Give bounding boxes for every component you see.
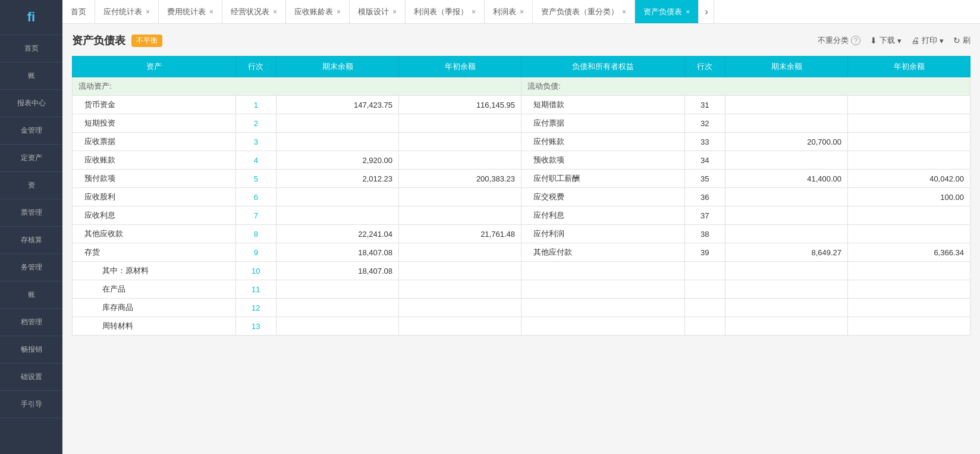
end-balance-right[interactable] [725,317,848,336]
sidebar-item-fixed-assets[interactable]: 定资产 [0,145,62,172]
end-balance-left[interactable]: 2,920.00 [277,151,399,170]
asset-name: 预付款项 [73,170,236,188]
close-icon[interactable]: × [392,8,397,16]
sidebar-item-settings[interactable]: 础设置 [0,364,62,391]
end-balance-left[interactable] [277,114,399,133]
begin-balance-right[interactable] [848,299,970,317]
tab-profit[interactable]: 利润表 × [485,0,533,24]
begin-balance-left[interactable]: 200,383.23 [399,170,522,188]
liability-name: 应付账款 [521,133,684,151]
tab-balance-reclassified[interactable]: 资产负债表（重分类） × [533,0,635,24]
begin-balance-left[interactable] [399,206,522,225]
begin-balance-left[interactable] [399,299,522,317]
end-balance-left[interactable] [277,133,399,151]
tab-scroll-right[interactable]: › [699,0,714,24]
tab-payable-stats[interactable]: 应付统计表 × [95,0,159,24]
tab-expense-stats[interactable]: 费用统计表 × [159,0,222,24]
download-button[interactable]: ⬇ 下载 ▾ [870,35,902,46]
begin-balance-right[interactable] [848,151,970,170]
tab-receivable-aging[interactable]: 应收账龄表 × [286,0,350,24]
begin-balance-left[interactable] [399,151,522,170]
end-balance-right[interactable] [725,114,848,133]
end-balance-left[interactable] [277,280,399,299]
end-balance-right[interactable] [725,96,848,114]
sidebar-item-report-center[interactable]: 报表中心 [0,90,62,117]
refresh-button[interactable]: ↻ 刷 [953,35,970,46]
help-icon[interactable]: ? [851,36,860,45]
row-number-right [684,317,725,336]
sidebar-item-capital[interactable]: 资 [0,172,62,199]
sidebar-item-inventory[interactable]: 存核算 [0,227,62,254]
end-balance-right[interactable] [725,225,848,243]
end-balance-left[interactable]: 2,012.23 [277,170,399,188]
begin-balance-right[interactable]: 40,042.00 [848,170,970,188]
begin-balance-right[interactable] [848,317,970,336]
begin-balance-right[interactable] [848,280,970,299]
begin-balance-left[interactable]: 21,761.48 [399,225,522,243]
close-icon[interactable]: × [686,8,690,16]
end-balance-right[interactable] [725,188,848,206]
begin-balance-left[interactable] [399,262,522,280]
sidebar-item-archive[interactable]: 档管理 [0,309,62,336]
begin-balance-left[interactable] [399,317,522,336]
end-balance-right[interactable] [725,206,848,225]
end-balance-left[interactable] [277,299,399,317]
tab-balance-sheet[interactable]: 资产负债表 × [635,0,699,24]
begin-balance-right[interactable] [848,133,970,151]
close-icon[interactable]: × [273,8,277,16]
begin-balance-left[interactable]: 116,145.95 [399,96,522,114]
end-balance-left[interactable] [277,317,399,336]
no-reclassify-button[interactable]: 不重分类 ? [818,35,860,46]
sidebar-item-business-mgmt[interactable]: 务管理 [0,254,62,281]
asset-name: 货币资金 [73,96,236,114]
tab-operations[interactable]: 经营状况表 × [222,0,286,24]
begin-balance-left[interactable] [399,243,522,262]
tab-template-design[interactable]: 模版设计 × [350,0,406,24]
sidebar-item-expense[interactable]: 畅报销 [0,336,62,364]
begin-balance-left[interactable] [399,133,522,151]
end-balance-right[interactable] [725,151,848,170]
sidebar-item-ticket-mgmt[interactable]: 票管理 [0,199,62,227]
sidebar-item-guide[interactable]: 手引导 [0,391,62,418]
close-icon[interactable]: × [146,8,150,16]
close-icon[interactable]: × [209,8,213,16]
close-icon[interactable]: × [520,8,524,16]
end-balance-right[interactable]: 41,400.00 [725,170,848,188]
close-icon[interactable]: × [472,8,476,16]
begin-balance-right[interactable] [848,225,970,243]
end-balance-right[interactable] [725,262,848,280]
close-icon[interactable]: × [337,8,341,16]
liability-name [521,317,684,336]
begin-balance-left[interactable] [399,114,522,133]
print-button[interactable]: 🖨 打印 ▾ [911,35,944,46]
end-balance-right[interactable] [725,299,848,317]
end-balance-left[interactable]: 22,241.04 [277,225,399,243]
begin-balance-right[interactable] [848,262,970,280]
sidebar-item-home[interactable]: 首页 [0,35,62,62]
end-balance-left[interactable]: 18,407.08 [277,243,399,262]
end-balance-left[interactable] [277,188,399,206]
begin-balance-right[interactable]: 100.00 [848,188,970,206]
end-balance-left[interactable]: 18,407.08 [277,262,399,280]
table-row: 存货 9 18,407.08 其他应付款 39 8,649.27 6,366.3… [73,243,970,262]
begin-balance-right[interactable] [848,206,970,225]
sidebar-item-ledger[interactable]: 账 [0,281,62,309]
table-row: 其中：原材料 10 18,407.08 [73,262,970,280]
tab-profit-quarterly[interactable]: 利润表（季报） × [406,0,485,24]
end-balance-right[interactable] [725,280,848,299]
sidebar-item-account[interactable]: 账 [0,62,62,90]
end-balance-right[interactable]: 20,700.00 [725,133,848,151]
end-balance-left[interactable] [277,206,399,225]
begin-balance-left[interactable] [399,188,522,206]
row-number-right: 37 [684,206,725,225]
close-icon[interactable]: × [622,8,626,16]
sidebar-item-fund-mgmt[interactable]: 金管理 [0,117,62,145]
begin-balance-right[interactable] [848,114,970,133]
begin-balance-left[interactable] [399,280,522,299]
begin-balance-right[interactable]: 6,366.34 [848,243,970,262]
end-balance-left[interactable]: 147,423.75 [277,96,399,114]
begin-balance-right[interactable] [848,96,970,114]
liability-name: 应付利润 [521,225,684,243]
tab-home[interactable]: 首页 [62,0,95,24]
end-balance-right[interactable]: 8,649.27 [725,243,848,262]
